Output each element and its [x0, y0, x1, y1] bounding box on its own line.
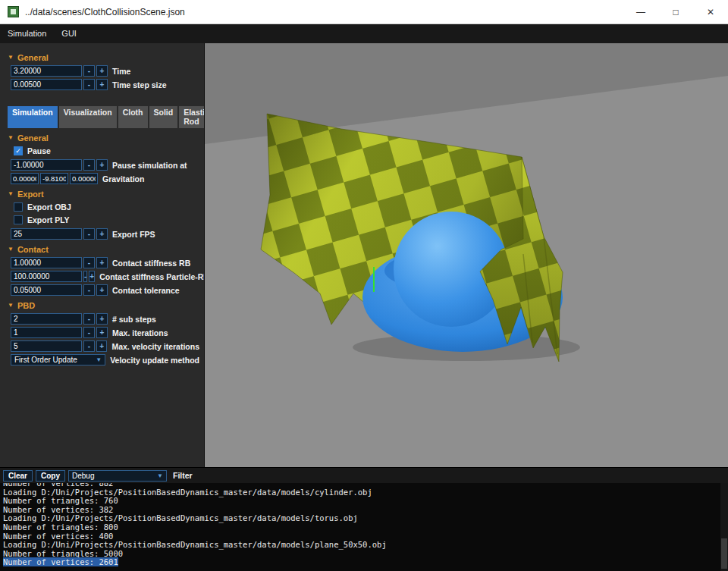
section-title: PBD: [17, 301, 35, 310]
velocity-update-row: First Order Update ▼ Velocity update met…: [11, 354, 199, 366]
section-title: General: [17, 133, 49, 143]
time-step-row: - + Time step size: [11, 79, 199, 90]
export-fps-row: - + Export FPS: [11, 228, 199, 240]
contact-stiffness-particle-row: - + Contact stiffness Particle-RB: [11, 271, 199, 282]
pause-at-label: Pause simulation at: [112, 161, 187, 170]
contact-stiffness-rb-label: Contact stiffness RB: [112, 259, 190, 268]
velocity-update-value: First Order Update: [14, 356, 77, 364]
time-step-increment-button[interactable]: +: [96, 79, 108, 90]
contact-stiffness-rb-increment-button[interactable]: +: [96, 257, 108, 268]
contact-stiffness-particle-label: Contact stiffness Particle-RB: [99, 272, 205, 281]
export-fps-increment-button[interactable]: +: [96, 228, 108, 240]
max-velocity-iterations-increment-button[interactable]: +: [96, 340, 108, 352]
max-velocity-iterations-decrement-button[interactable]: -: [83, 340, 95, 352]
clear-log-button[interactable]: Clear: [3, 470, 33, 482]
sub-steps-input[interactable]: [11, 313, 82, 325]
max-iterations-input[interactable]: [11, 327, 82, 338]
sub-steps-label: # sub steps: [112, 315, 156, 324]
collapse-arrow-icon: ▼: [8, 191, 14, 197]
pause-at-row: - + Pause simulation at: [11, 159, 199, 171]
log-level-value: Debug: [72, 472, 94, 480]
max-velocity-iterations-label: Max. velocity iterations: [111, 342, 199, 351]
gravitation-y-input[interactable]: [40, 173, 68, 184]
sub-steps-decrement-button[interactable]: -: [83, 313, 95, 325]
log-output[interactable]: Number of vertices: 882 Loading D:/Uni/P…: [0, 483, 728, 571]
export-ply-row[interactable]: Export PLY: [14, 215, 199, 224]
max-velocity-iterations-input[interactable]: [11, 340, 82, 352]
log-toolbar: Clear Copy Debug ▼ Filter: [0, 467, 728, 483]
time-step-decrement-button[interactable]: -: [83, 79, 95, 90]
log-lines: Number of vertices: 882 Loading D:/Uni/P…: [3, 483, 728, 567]
section-header-sim-general[interactable]: ▼ General: [8, 133, 199, 143]
sub-steps-increment-button[interactable]: +: [96, 313, 108, 325]
time-step-input[interactable]: [11, 79, 82, 90]
parameter-tabs: Simulation Visualization Cloth Solid Ela…: [8, 106, 199, 128]
menu-simulation[interactable]: Simulation: [0, 24, 54, 43]
contact-stiffness-rb-row: - + Contact stiffness RB: [11, 257, 199, 268]
contact-stiffness-particle-input[interactable]: [11, 271, 82, 282]
max-iterations-decrement-button[interactable]: -: [83, 327, 95, 338]
maximize-button[interactable]: □: [658, 0, 693, 24]
window-controls: — □ ✕: [623, 0, 728, 24]
section-title: General: [17, 53, 49, 62]
app-window: ../data/scenes/ClothCollisionScene.json …: [0, 0, 728, 571]
section-header-general-top[interactable]: ▼ General: [8, 53, 199, 62]
copy-log-button[interactable]: Copy: [36, 470, 65, 482]
gravitation-x-input[interactable]: [11, 173, 39, 184]
export-fps-input[interactable]: [11, 228, 82, 240]
contact-tolerance-decrement-button[interactable]: -: [83, 284, 95, 296]
max-iterations-increment-button[interactable]: +: [96, 327, 108, 338]
velocity-update-dropdown[interactable]: First Order Update ▼: [11, 354, 105, 366]
pause-label: Pause: [27, 146, 51, 155]
minimize-button[interactable]: —: [623, 0, 658, 24]
pause-at-decrement-button[interactable]: -: [83, 159, 95, 171]
menubar: Simulation GUI: [0, 24, 728, 43]
gravitation-z-input[interactable]: [70, 173, 98, 184]
log-scrollbar-thumb[interactable]: [721, 538, 727, 569]
tab-simulation[interactable]: Simulation: [8, 106, 58, 128]
export-obj-checkbox-icon[interactable]: [14, 202, 23, 212]
export-ply-label: Export PLY: [27, 215, 70, 224]
pause-at-input[interactable]: [11, 159, 82, 171]
export-ply-checkbox-icon[interactable]: [14, 215, 23, 224]
tab-solid[interactable]: Solid: [149, 106, 178, 128]
export-obj-label: Export OBJ: [27, 202, 71, 212]
collapse-arrow-icon: ▼: [8, 55, 14, 61]
time-input[interactable]: [11, 65, 82, 77]
main-content: ▼ General - + Time - + Time step size Si…: [0, 43, 728, 467]
gravitation-row: Gravitation: [11, 173, 199, 184]
log-level-dropdown[interactable]: Debug ▼: [68, 470, 167, 482]
contact-stiffness-particle-increment-button[interactable]: +: [89, 271, 95, 282]
time-increment-button[interactable]: +: [96, 65, 108, 77]
pause-checkbox-icon[interactable]: ✓: [14, 146, 23, 155]
parameter-sidebar: ▼ General - + Time - + Time step size Si…: [0, 43, 205, 467]
tab-cloth[interactable]: Cloth: [118, 106, 148, 128]
export-fps-decrement-button[interactable]: -: [83, 228, 95, 240]
close-button[interactable]: ✕: [693, 0, 728, 24]
collapse-arrow-icon: ▼: [8, 303, 14, 309]
pause-checkbox-row[interactable]: ✓ Pause: [14, 146, 199, 155]
contact-tolerance-row: - + Contact tolerance: [11, 284, 199, 296]
log-line-selected[interactable]: Number of vertices: 2601: [3, 558, 728, 567]
export-obj-row[interactable]: Export OBJ: [14, 202, 199, 212]
contact-tolerance-label: Contact tolerance: [112, 286, 180, 295]
log-line: Number of triangles: 800: [3, 523, 728, 532]
time-decrement-button[interactable]: -: [83, 65, 95, 77]
section-header-pbd[interactable]: ▼ PBD: [8, 301, 199, 310]
menu-gui[interactable]: GUI: [54, 24, 84, 43]
tab-visualization[interactable]: Visualization: [59, 106, 117, 128]
contact-tolerance-input[interactable]: [11, 284, 82, 296]
tab-elastic-rod[interactable]: Elastic Rod: [179, 106, 205, 128]
velocity-update-label: Velocity update method: [110, 356, 199, 365]
contact-stiffness-particle-decrement-button[interactable]: -: [83, 271, 87, 282]
viewport-3d[interactable]: [205, 43, 728, 467]
log-scrollbar[interactable]: [720, 483, 728, 571]
section-header-contact[interactable]: ▼ Contact: [8, 245, 199, 254]
contact-tolerance-increment-button[interactable]: +: [96, 284, 108, 296]
contact-stiffness-rb-decrement-button[interactable]: -: [83, 257, 95, 268]
section-header-export[interactable]: ▼ Export: [8, 190, 199, 199]
chevron-down-icon: ▼: [157, 472, 163, 479]
pause-at-increment-button[interactable]: +: [96, 159, 108, 171]
contact-stiffness-rb-input[interactable]: [11, 257, 82, 268]
max-velocity-iterations-row: - + Max. velocity iterations: [11, 340, 199, 352]
